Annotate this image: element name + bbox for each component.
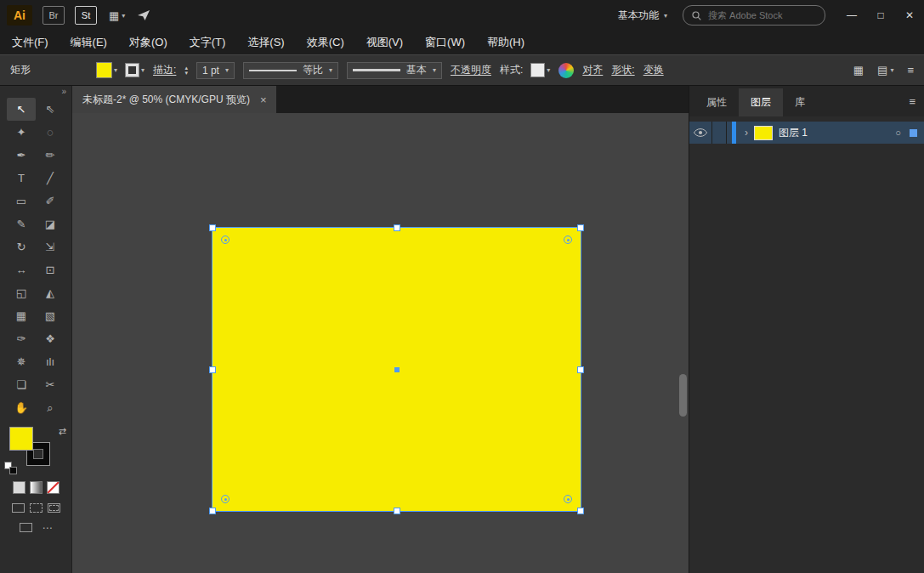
visibility-toggle[interactable] [689,122,712,144]
tab-layers[interactable]: 图层 [739,88,783,116]
layer-expand-icon[interactable]: › [740,127,752,139]
vertical-scrollbar[interactable] [679,374,687,417]
corner-radius-widget-top-right[interactable] [564,235,572,244]
graphic-style-dropdown[interactable]: ▾ [531,64,550,77]
maximize-button[interactable]: □ [866,3,895,27]
share-icon[interactable] [137,9,150,21]
layer-thumbnail[interactable] [755,127,772,139]
stroke-weight-dropdown[interactable]: 1 pt ▾ [196,62,235,79]
lasso-tool[interactable]: ◌ [36,121,65,144]
stroke-weight-stepper[interactable]: ▴ ▾ [184,65,188,76]
selection-handle-bottom-middle[interactable] [394,508,400,514]
draw-inside-button[interactable] [48,503,60,513]
corner-radius-widget-bottom-right[interactable] [564,495,572,503]
draw-behind-button[interactable] [30,503,43,513]
menu-edit[interactable]: 编辑(E) [71,35,107,50]
layer-name[interactable]: 图层 1 [779,126,895,140]
paintbrush-tool[interactable]: ✐ [36,190,65,213]
transform-link[interactable]: 变换 [643,63,664,77]
tab-close-icon[interactable]: × [260,94,267,106]
stroke-panel-link[interactable]: 描边: [153,63,176,77]
dock-panel-icon[interactable]: ▤ ▾ [877,64,893,77]
width-tool[interactable]: ↔ [7,258,36,281]
scale-tool[interactable]: ⇲ [36,235,65,258]
stroke-color-dropdown[interactable]: ▾ [126,64,145,77]
lock-toggle-cell[interactable] [712,122,727,144]
width-profile-dropdown[interactable]: 等比 ▾ [243,62,338,79]
search-input[interactable] [706,9,816,21]
stepper-down-icon[interactable]: ▾ [184,71,188,76]
selection-handle-bottom-right[interactable] [577,508,584,514]
center-point-indicator[interactable] [394,367,400,372]
selection-handle-top-left[interactable] [209,224,216,231]
shape-builder-tool[interactable]: ◱ [7,281,36,304]
hand-tool[interactable]: ✋ [7,396,36,419]
curvature-tool[interactable]: ✏ [36,144,65,167]
rotate-tool[interactable]: ↻ [7,235,36,258]
draw-normal-button[interactable] [12,503,25,513]
blend-tool[interactable]: ❖ [36,327,65,350]
shape-link[interactable]: 形状: [611,63,634,77]
symbol-sprayer-tool[interactable]: ✵ [7,350,36,373]
opacity-link[interactable]: 不透明度 [451,63,491,77]
bridge-icon[interactable]: Br [43,6,65,25]
direct-selection-tool[interactable]: ⇖ [36,98,65,121]
eraser-tool[interactable]: ◪ [36,213,65,235]
fill-color-dropdown[interactable]: ▾ [97,63,117,77]
selection-tool[interactable]: ↖ [7,98,36,121]
recolor-artwork-icon[interactable] [558,63,574,78]
screen-mode-button[interactable] [20,523,32,532]
menu-view[interactable]: 视图(V) [366,35,403,50]
workspace-switcher-icon[interactable]: ▦ ▾ [109,9,125,22]
fill-color-swatch[interactable] [10,428,32,450]
line-segment-tool[interactable]: ╱ [36,167,65,190]
corner-radius-widget-bottom-left[interactable] [221,495,230,503]
none-button[interactable] [48,482,59,493]
default-fill-stroke-icon[interactable] [5,462,16,474]
slice-tool[interactable]: ✂ [36,373,65,396]
canvas[interactable] [72,113,689,573]
panel-menu-icon[interactable]: ≡ [909,95,915,108]
minimize-button[interactable]: — [837,3,866,27]
brush-definition-dropdown[interactable]: 基本 ▾ [347,62,442,79]
selection-handle-top-right[interactable] [577,224,584,231]
pen-tool[interactable]: ✒ [7,144,36,167]
menu-window[interactable]: 窗口(W) [425,35,465,50]
tab-properties[interactable]: 属性 [694,88,739,116]
selection-handle-bottom-left[interactable] [209,508,216,514]
magic-wand-tool[interactable]: ✦ [7,121,36,144]
tab-libraries[interactable]: 库 [783,88,817,116]
gradient-button[interactable] [31,482,42,493]
selection-handle-middle-left[interactable] [209,366,216,373]
selected-rectangle[interactable] [213,228,581,511]
layer-row[interactable]: › 图层 1 ○ [689,122,924,144]
menu-object[interactable]: 对象(O) [129,35,167,50]
column-graph-tool[interactable]: ılı [36,350,65,373]
shaper-tool[interactable]: ✎ [7,213,36,235]
perspective-grid-tool[interactable]: ◭ [36,281,65,304]
close-button[interactable]: ✕ [895,3,924,27]
eyedropper-tool[interactable]: ✑ [7,327,36,350]
controlbar-menu-icon[interactable]: ≡ [907,64,914,77]
stock-search-box[interactable] [683,5,825,26]
arrange-documents-icon[interactable]: ▦ [853,64,864,77]
menu-effect[interactable]: 效果(C) [307,35,344,50]
workspace-dropdown[interactable]: 基本功能 ▾ [618,9,667,23]
layer-target-icon[interactable]: ○ [895,128,901,138]
free-transform-tool[interactable]: ⊡ [36,258,65,281]
toolbar-collapse-icon[interactable]: » [61,86,71,98]
swap-fill-stroke-icon[interactable]: ⇄ [59,426,66,437]
color-button[interactable] [14,482,25,493]
selection-handle-top-middle[interactable] [394,224,400,231]
document-tab[interactable]: 未标题-2* @ 50% (CMYK/GPU 预览) × [72,86,276,113]
layer-selection-indicator[interactable] [910,129,917,137]
menu-select[interactable]: 选择(S) [247,35,284,50]
mesh-tool[interactable]: ▦ [7,304,36,327]
artboard-tool[interactable]: ❏ [7,373,36,396]
zoom-tool[interactable]: ⌕ [36,396,65,419]
adobe-stock-icon[interactable]: St [75,6,97,25]
menu-type[interactable]: 文字(T) [190,35,226,50]
gradient-tool[interactable]: ▧ [36,304,65,327]
rectangle-tool[interactable]: ▭ [7,190,36,213]
corner-radius-widget-top-left[interactable] [221,235,230,244]
